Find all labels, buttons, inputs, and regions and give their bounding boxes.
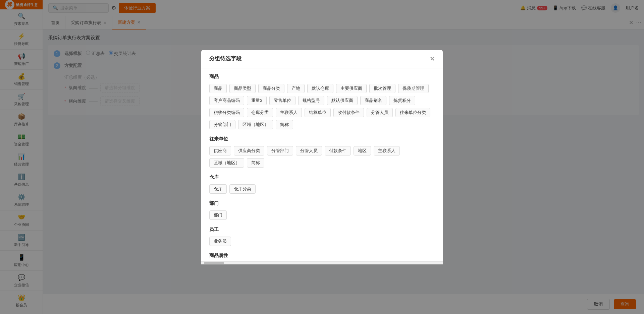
modal-close-btn[interactable]: ✕: [430, 55, 435, 63]
field-list-3: 部门: [209, 210, 435, 220]
modal-title: 分组待选字段: [209, 55, 241, 62]
field-tag-1-7[interactable]: 区域（地区）: [209, 158, 244, 168]
field-tag-0-22[interactable]: 分管部门: [209, 120, 235, 129]
field-tag-0-5[interactable]: 主要供应商: [336, 84, 367, 93]
field-tag-0-11[interactable]: 规格型号: [298, 96, 324, 105]
field-tag-0-4[interactable]: 默认仓库: [307, 84, 333, 93]
field-tag-0-15[interactable]: 税收分类编码: [209, 108, 244, 117]
field-tag-0-17[interactable]: 主联系人: [276, 108, 302, 117]
field-tag-0-12[interactable]: 默认供应商: [327, 96, 358, 105]
field-tag-1-5[interactable]: 地区: [354, 146, 371, 155]
field-list-2: 仓库仓库分类: [209, 184, 435, 194]
field-section-title-3: 部门: [209, 200, 435, 206]
field-tag-0-18[interactable]: 结算单位: [305, 108, 331, 117]
field-section-title-0: 商品: [209, 74, 435, 80]
field-tag-1-2[interactable]: 分管部门: [267, 146, 293, 155]
field-select-modal: 分组待选字段 ✕ 商品商品商品类型商品分类产地默认仓库主要供应商批次管理保质期管…: [201, 50, 443, 264]
field-section-0: 商品商品商品类型商品分类产地默认仓库主要供应商批次管理保质期管理客户商品编码重量…: [209, 74, 435, 129]
field-tag-1-6[interactable]: 主联系人: [374, 146, 400, 155]
field-section-5: 商品属性属性颜色多规格尺码鞋码1: [209, 253, 435, 261]
field-tag-1-0[interactable]: 供应商: [209, 146, 231, 155]
field-section-4: 员工业务员: [209, 227, 435, 246]
modal-overlay: 分组待选字段 ✕ 商品商品商品类型商品分类产地默认仓库主要供应商批次管理保质期管…: [0, 0, 644, 314]
field-section-title-1: 往来单位: [209, 136, 435, 142]
field-tag-0-7[interactable]: 保质期管理: [398, 84, 429, 93]
field-section-title-5: 商品属性: [209, 253, 435, 259]
field-section-title-4: 员工: [209, 227, 435, 233]
field-tag-0-6[interactable]: 批次管理: [369, 84, 395, 93]
field-tag-0-23[interactable]: 区域（地区）: [238, 120, 273, 129]
field-tag-4-0[interactable]: 业务员: [209, 237, 231, 246]
modal-horizontal-scrollbar[interactable]: [201, 261, 443, 264]
field-tag-0-19[interactable]: 收付款条件: [333, 108, 364, 117]
field-list-1: 供应商供应商分类分管部门分管人员付款条件地区主联系人区域（地区）简称: [209, 146, 435, 168]
field-tag-0-21[interactable]: 往来单位分类: [395, 108, 430, 117]
field-tag-1-8[interactable]: 简称: [247, 158, 264, 168]
field-tag-0-16[interactable]: 仓库分类: [247, 108, 273, 117]
modal-body[interactable]: 商品商品商品类型商品分类产地默认仓库主要供应商批次管理保质期管理客户商品编码重量…: [201, 68, 443, 261]
field-tag-0-3[interactable]: 产地: [287, 84, 305, 93]
field-section-2: 仓库仓库仓库分类: [209, 174, 435, 194]
field-tag-0-1[interactable]: 商品类型: [229, 84, 256, 93]
field-list-4: 业务员: [209, 237, 435, 246]
field-tag-0-8[interactable]: 客户商品编码: [209, 96, 244, 105]
field-tag-1-3[interactable]: 分管人员: [296, 146, 322, 155]
field-list-0: 商品商品类型商品分类产地默认仓库主要供应商批次管理保质期管理客户商品编码重量3零…: [209, 84, 435, 129]
field-tag-0-20[interactable]: 分管人员: [367, 108, 393, 117]
field-tag-2-0[interactable]: 仓库: [209, 184, 227, 194]
field-tag-0-10[interactable]: 零售单位: [269, 96, 296, 105]
field-tag-2-1[interactable]: 仓库分类: [229, 184, 256, 194]
field-tag-0-9[interactable]: 重量3: [247, 96, 267, 105]
modal-header: 分组待选字段 ✕: [201, 50, 443, 68]
field-tag-1-1[interactable]: 供应商分类: [234, 146, 264, 155]
field-tag-0-0[interactable]: 商品: [209, 84, 227, 93]
field-section-title-2: 仓库: [209, 174, 435, 180]
field-tag-0-14[interactable]: 炼货积分: [389, 96, 415, 105]
field-tag-0-2[interactable]: 商品分类: [258, 84, 284, 93]
field-section-1: 往来单位供应商供应商分类分管部门分管人员付款条件地区主联系人区域（地区）简称: [209, 136, 435, 168]
field-section-3: 部门部门: [209, 200, 435, 220]
field-tag-3-0[interactable]: 部门: [209, 210, 227, 220]
field-tag-0-24[interactable]: 简称: [276, 120, 293, 129]
field-tag-0-13[interactable]: 商品别名: [360, 96, 386, 105]
field-tag-1-4[interactable]: 付款条件: [325, 146, 351, 155]
